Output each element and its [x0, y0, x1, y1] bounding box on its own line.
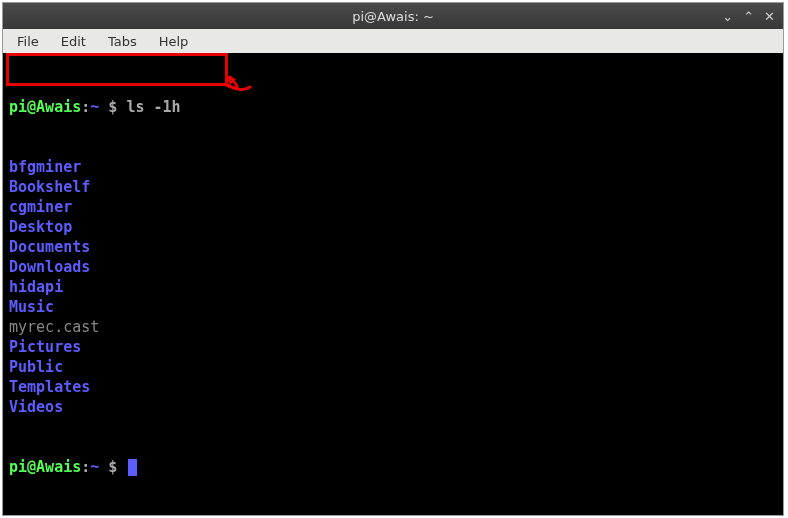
prompt-user: pi@Awais: [9, 98, 81, 116]
prompt-colon: :: [81, 98, 90, 116]
directory-entry: bfgminer: [9, 158, 81, 176]
directory-entry: Desktop: [9, 218, 72, 236]
prompt-line-2: pi@Awais:~ $: [9, 457, 777, 477]
list-item: Pictures: [9, 337, 777, 357]
minimize-icon[interactable]: ⌄: [722, 10, 733, 23]
directory-entry: Public: [9, 358, 63, 376]
titlebar[interactable]: pi@Awais: ~ ⌄ ⌃ ✕: [3, 3, 783, 29]
prompt-line: pi@Awais:~ $ ls -1h: [9, 97, 777, 117]
output-listing: bfgminerBookshelfcgminerDesktopDocuments…: [9, 157, 777, 417]
prompt-dollar: $: [108, 458, 117, 476]
list-item: bfgminer: [9, 157, 777, 177]
cursor: [128, 459, 137, 476]
directory-entry: Documents: [9, 238, 90, 256]
prompt-user: pi@Awais: [9, 458, 81, 476]
terminal-area[interactable]: pi@Awais:~ $ ls -1h bfgminerBookshelfcgm…: [3, 53, 783, 515]
menu-file[interactable]: File: [7, 31, 49, 52]
prompt-colon: :: [81, 458, 90, 476]
close-icon[interactable]: ✕: [764, 10, 775, 23]
maximize-icon[interactable]: ⌃: [743, 10, 754, 23]
list-item: cgminer: [9, 197, 777, 217]
terminal-window: pi@Awais: ~ ⌄ ⌃ ✕ File Edit Tabs Help pi…: [2, 2, 784, 516]
list-item: Desktop: [9, 217, 777, 237]
prompt-path: ~: [90, 458, 108, 476]
directory-entry: Music: [9, 298, 54, 316]
menubar: File Edit Tabs Help: [3, 29, 783, 53]
menu-help[interactable]: Help: [149, 31, 199, 52]
menu-edit[interactable]: Edit: [51, 31, 96, 52]
directory-entry: hidapi: [9, 278, 63, 296]
directory-entry: Videos: [9, 398, 63, 416]
window-title: pi@Awais: ~: [11, 9, 775, 24]
directory-entry: Templates: [9, 378, 90, 396]
list-item: Templates: [9, 377, 777, 397]
directory-entry: Downloads: [9, 258, 90, 276]
list-item: Downloads: [9, 257, 777, 277]
menu-tabs[interactable]: Tabs: [98, 31, 147, 52]
prompt-path: ~: [90, 98, 108, 116]
list-item: hidapi: [9, 277, 777, 297]
directory-entry: Pictures: [9, 338, 81, 356]
list-item: Public: [9, 357, 777, 377]
list-item: myrec.cast: [9, 317, 777, 337]
list-item: Bookshelf: [9, 177, 777, 197]
window-controls: ⌄ ⌃ ✕: [722, 10, 775, 23]
list-item: Documents: [9, 237, 777, 257]
directory-entry: Bookshelf: [9, 178, 90, 196]
list-item: Videos: [9, 397, 777, 417]
file-entry: myrec.cast: [9, 318, 99, 336]
command-text: ls -1h: [117, 98, 180, 116]
list-item: Music: [9, 297, 777, 317]
directory-entry: cgminer: [9, 198, 72, 216]
